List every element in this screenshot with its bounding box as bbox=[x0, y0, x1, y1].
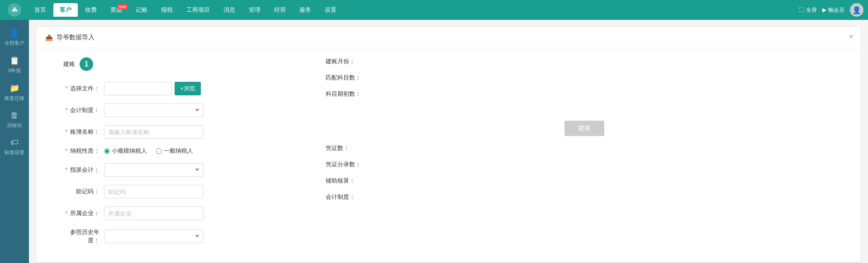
nav-item-tax[interactable]: 报税 bbox=[155, 3, 179, 17]
nav-item-message[interactable]: 消息 bbox=[217, 3, 242, 17]
tax-type-radio-group: 小规模纳税人 一般纳税人 bbox=[104, 147, 299, 155]
nav-item-manage[interactable]: 管理 bbox=[242, 3, 267, 17]
tax-type-row: * 纳税性质： 小规模纳税人 一般纳税人 bbox=[63, 147, 299, 155]
fullscreen-button[interactable]: ⛶ 全屏 bbox=[799, 6, 817, 14]
ledger-name-label: * 账簿名称： bbox=[63, 128, 104, 136]
fullscreen-icon: ⛶ bbox=[799, 7, 804, 13]
right-accounting-label: 会计制度： bbox=[326, 193, 371, 201]
sidebar-item-label: 0申报 bbox=[8, 67, 21, 74]
sidebar-item-declare[interactable]: 📋 0申报 bbox=[1, 52, 28, 78]
right-voucher-entry-label: 凭证分录数： bbox=[326, 160, 371, 169]
company-row: * 所属企业： bbox=[63, 207, 299, 220]
accountant-row: * 指派会计： bbox=[63, 163, 299, 177]
declare-icon: 📋 bbox=[9, 56, 19, 66]
file-select-row: * 选择文件： +浏览 bbox=[63, 82, 299, 95]
all-clients-icon: 👤 bbox=[9, 28, 19, 38]
accounting-system-row: * 会计制度： bbox=[63, 103, 299, 117]
nav-item-business[interactable]: 工商项目 bbox=[180, 3, 216, 17]
nav-item-settings[interactable]: 设置 bbox=[318, 3, 343, 17]
tax-type-small[interactable]: 小规模纳税人 bbox=[104, 147, 147, 155]
panel-header: 📤 导爷数据导入 bbox=[36, 27, 861, 48]
right-voucher-label: 凭证数： bbox=[326, 144, 371, 152]
accounting-system-label: * 会计制度： bbox=[63, 106, 104, 114]
nav-item-fee[interactable]: 收费 bbox=[79, 3, 103, 17]
right-auxiliary-row: 辅助核算： bbox=[326, 177, 843, 185]
content-area: 📤 导爷数据导入 × 建账 1 * 选择文件： bbox=[29, 20, 868, 263]
mnemonic-row: 助记码： bbox=[63, 185, 299, 198]
tax-type-general[interactable]: 一般纳税人 bbox=[156, 147, 193, 155]
new-badge: new bbox=[117, 4, 128, 9]
accountant-select[interactable] bbox=[104, 163, 204, 177]
nav-right: ⛶ 全屏 ▶ 畅会员 👤 bbox=[799, 3, 863, 17]
history-year-select[interactable] bbox=[104, 230, 204, 243]
file-label: * 选择文件： bbox=[63, 85, 104, 93]
accountant-label: * 指派会计： bbox=[63, 166, 104, 174]
right-subjects-row: 匹配科目数： bbox=[326, 74, 843, 82]
right-auxiliary-label: 辅助核算： bbox=[326, 177, 371, 185]
sidebar-item-tags[interactable]: 🏷 标签设置 bbox=[1, 134, 28, 160]
main-layout: 👤 全部客户 📋 0申报 📁 账套迁移 🗑 回收站 🏷 标签设置 📤 导爷数据导… bbox=[0, 20, 868, 263]
vip-icon: ▶ bbox=[822, 7, 826, 13]
avatar[interactable]: 👤 bbox=[850, 3, 863, 17]
step-number: 1 bbox=[80, 57, 93, 71]
right-initial-label: 科目期初数： bbox=[326, 90, 371, 98]
form-body: 建账 1 * 选择文件： +浏览 bbox=[36, 48, 861, 262]
company-input[interactable] bbox=[104, 207, 204, 220]
right-subjects-label: 匹配科目数： bbox=[326, 74, 371, 82]
close-button[interactable]: × bbox=[849, 33, 854, 41]
app-logo: ☘ bbox=[5, 0, 24, 20]
build-account-button[interactable]: 建账 bbox=[564, 121, 604, 136]
right-accounting-row: 会计制度： bbox=[326, 193, 843, 201]
build-btn-container: 建账 bbox=[326, 116, 843, 136]
right-voucher-row: 凭证数： bbox=[326, 144, 843, 152]
right-initial-row: 科目期初数： bbox=[326, 90, 843, 98]
sidebar-item-label: 回收站 bbox=[7, 122, 22, 129]
history-year-row: 参照历史年度： bbox=[63, 228, 299, 244]
company-label: * 所属企业： bbox=[63, 209, 104, 217]
tax-type-label: * 纳税性质： bbox=[63, 147, 104, 155]
sidebar-item-all-clients[interactable]: 👤 全部客户 bbox=[1, 24, 28, 50]
nav-item-client[interactable]: 客户 bbox=[53, 3, 78, 17]
sidebar: 👤 全部客户 📋 0申报 📁 账套迁移 🗑 回收站 🏷 标签设置 bbox=[0, 20, 29, 263]
sidebar-item-migrate[interactable]: 📁 账套迁移 bbox=[1, 80, 28, 105]
migrate-icon: 📁 bbox=[9, 83, 19, 93]
nav-item-bookkeeping[interactable]: 记账 bbox=[129, 3, 154, 17]
history-year-label: 参照历史年度： bbox=[63, 228, 104, 244]
nav-item-invoice[interactable]: 票据 new bbox=[104, 3, 128, 17]
ledger-name-input[interactable] bbox=[104, 125, 204, 139]
sidebar-item-label: 全部客户 bbox=[5, 40, 24, 47]
nav-item-home[interactable]: 首页 bbox=[28, 3, 52, 17]
tags-icon: 🏷 bbox=[10, 138, 19, 147]
import-icon: 📤 bbox=[45, 34, 53, 41]
mnemonic-label: 助记码： bbox=[63, 188, 104, 196]
sidebar-item-label: 账套迁移 bbox=[5, 95, 24, 102]
right-month-row: 建账月份： bbox=[326, 57, 843, 66]
tax-type-general-radio[interactable] bbox=[156, 148, 162, 154]
top-navigation: ☘ 首页 客户 收费 票据 new 记账 报税 工商项目 消息 管理 经营 服务… bbox=[0, 0, 868, 20]
nav-item-service[interactable]: 服务 bbox=[293, 3, 318, 17]
nav-item-operation[interactable]: 经营 bbox=[268, 3, 292, 17]
form-right: 建账月份： 匹配科目数： 科目期初数： 建账 bbox=[326, 57, 843, 253]
recycle-icon: 🗑 bbox=[10, 111, 19, 120]
tax-type-small-radio[interactable] bbox=[104, 148, 110, 154]
accounting-system-select[interactable] bbox=[104, 103, 204, 117]
logo-icon: ☘ bbox=[8, 3, 21, 17]
step-row: 建账 1 bbox=[63, 57, 299, 71]
form-left: 建账 1 * 选择文件： +浏览 bbox=[63, 57, 299, 253]
file-input[interactable] bbox=[104, 82, 172, 95]
right-month-label: 建账月份： bbox=[326, 57, 371, 66]
panel-title: 导爷数据导入 bbox=[57, 33, 95, 42]
ledger-name-row: * 账簿名称： bbox=[63, 125, 299, 139]
vip-button[interactable]: ▶ 畅会员 bbox=[822, 6, 844, 14]
import-panel: 📤 导爷数据导入 × 建账 1 * 选择文件： bbox=[36, 27, 861, 262]
sidebar-item-label: 标签设置 bbox=[5, 149, 24, 156]
mnemonic-input[interactable] bbox=[104, 185, 204, 198]
step-label: 建账 bbox=[63, 60, 75, 68]
nav-items: 首页 客户 收费 票据 new 记账 报税 工商项目 消息 管理 经营 服务 设… bbox=[28, 3, 799, 17]
sidebar-item-recycle[interactable]: 🗑 回收站 bbox=[1, 107, 28, 132]
right-voucher-entry-row: 凭证分录数： bbox=[326, 160, 843, 169]
browse-button[interactable]: +浏览 bbox=[175, 82, 201, 95]
